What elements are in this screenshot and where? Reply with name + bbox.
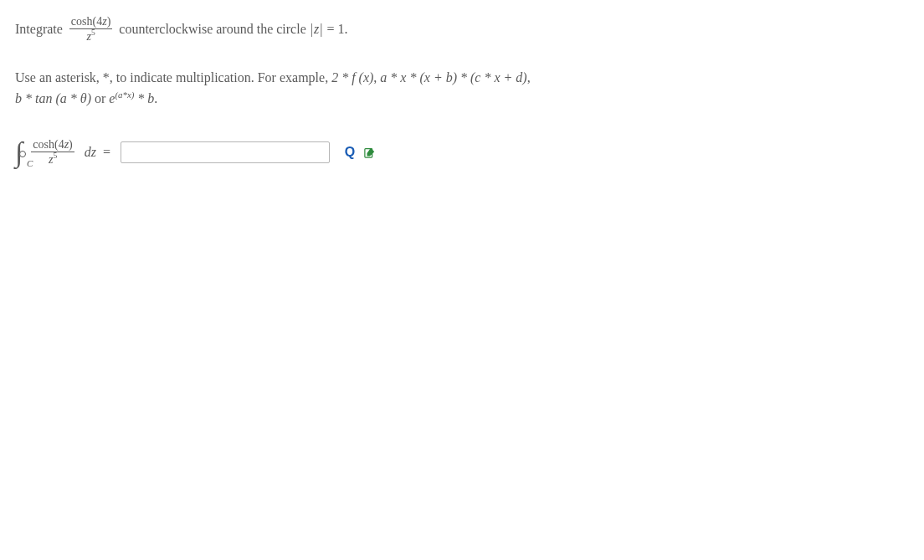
answer-denominator: z5 — [49, 152, 57, 166]
dz-label: dz — [85, 143, 96, 162]
input-tools: Q — [341, 144, 378, 161]
answer-numerator: cosh(4z) — [31, 138, 74, 152]
pencil-box-icon — [364, 146, 376, 158]
answer-row: ∫C cosh(4z) z5 dz = Q — [15, 138, 909, 167]
example-3: b * tan (a * θ) — [15, 91, 91, 105]
equals-sign: = — [103, 143, 110, 162]
answer-integrand: cosh(4z) z5 — [31, 138, 74, 167]
text-tail: counterclockwise around the circle |z| =… — [119, 20, 347, 39]
problem-statement: Integrate cosh(4z) z5 counterclockwise a… — [15, 15, 909, 44]
preview-icon[interactable]: Q — [341, 144, 358, 161]
input-instruction: Use an asterisk, *, to indicate multipli… — [15, 67, 909, 110]
example-2: a * x * (x + b) * (c * x + d) — [380, 70, 526, 85]
answer-input[interactable] — [121, 141, 330, 163]
equation-editor-icon[interactable] — [362, 144, 378, 161]
integrand-fraction: cosh(4z) z5 — [69, 15, 112, 44]
text-integrate: Integrate — [15, 20, 63, 39]
fraction-denominator: z5 — [86, 29, 95, 43]
fraction-numerator: cosh(4z) — [69, 15, 112, 29]
contour-integral-symbol: ∫C — [15, 138, 23, 167]
example-4: e(a*x) * b — [109, 91, 154, 105]
example-1: 2 * f (x) — [331, 70, 373, 85]
